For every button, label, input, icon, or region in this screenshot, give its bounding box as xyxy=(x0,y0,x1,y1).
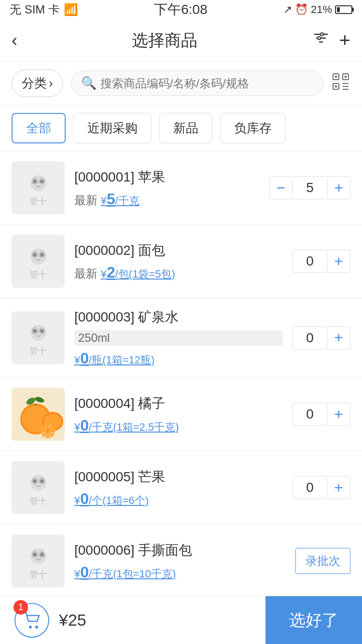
cart-icon-wrap[interactable]: 1 xyxy=(14,603,49,638)
nav-actions: + xyxy=(312,29,350,51)
brand-label: 管十 xyxy=(29,196,47,207)
qty-input[interactable] xyxy=(292,250,327,273)
product-item: 管十 [0000003] 矿泉水 250ml ¥0/瓶(1箱=12瓶) + xyxy=(0,298,362,377)
status-carrier: 无 SIM 卡 📶 xyxy=(10,2,78,17)
product-price: ¥0/千克(1包=10千克) xyxy=(74,563,286,581)
product-price: ¥0/个(1箱=6个) xyxy=(74,490,283,508)
filter-icon[interactable] xyxy=(312,29,330,51)
svg-point-27 xyxy=(41,253,43,255)
back-button[interactable]: ‹ xyxy=(12,30,17,51)
bottom-bar: 1 ¥25 选好了 xyxy=(0,596,362,644)
wifi-icon: 📶 xyxy=(64,3,78,16)
add-button[interactable]: + xyxy=(339,29,350,51)
svg-point-54 xyxy=(34,480,36,482)
cart-badge: 1 xyxy=(14,600,28,615)
battery-percent: 21% xyxy=(311,3,332,16)
product-info: [0000005] 芒果 ¥0/个(1箱=6个) xyxy=(74,468,283,508)
product-item: 管十 [0000002] 面包 最新 ¥2/包(1袋=5包) + xyxy=(0,225,362,297)
svg-point-62 xyxy=(41,553,43,555)
svg-rect-8 xyxy=(335,76,337,78)
price-value: 0 xyxy=(80,490,89,507)
qty-input[interactable] xyxy=(292,326,327,350)
price-unit: /千克(1包=10千克) xyxy=(89,568,176,580)
qty-control: − + xyxy=(269,176,350,199)
brand-label: 管十 xyxy=(29,345,47,357)
search-input[interactable] xyxy=(100,77,313,90)
svg-point-4 xyxy=(318,37,320,40)
qty-control: + xyxy=(292,476,350,499)
currency-symbol: ¥ xyxy=(74,421,80,433)
product-image: 管十 xyxy=(12,311,65,364)
product-name: [0000002] 面包 xyxy=(74,241,283,260)
location-icon: ↗ xyxy=(283,3,292,16)
qty-decrease-button[interactable]: − xyxy=(269,176,292,199)
tab-negative[interactable]: 负库存 xyxy=(220,113,286,143)
product-image: 管十 xyxy=(12,461,65,514)
product-name: [0000001] 苹果 xyxy=(74,168,260,186)
qty-input[interactable] xyxy=(292,176,327,199)
brand-label: 管十 xyxy=(29,495,47,507)
svg-point-38 xyxy=(29,412,37,420)
currency-symbol: ¥ xyxy=(74,354,80,366)
svg-point-3 xyxy=(320,33,323,36)
category-button[interactable]: 分类 › xyxy=(12,70,63,97)
svg-rect-9 xyxy=(345,76,347,78)
status-right: ↗ ⏰ 21% xyxy=(283,3,352,16)
status-bar: 无 SIM 卡 📶 下午6:08 ↗ ⏰ 21% xyxy=(0,0,362,19)
product-image: 管十 xyxy=(12,235,65,288)
product-logo: 管十 xyxy=(25,469,52,507)
scan-icon[interactable] xyxy=(331,72,350,95)
search-box: 🔍 xyxy=(71,70,323,96)
product-name: [0000005] 芒果 xyxy=(74,468,283,486)
qty-increase-button[interactable]: + xyxy=(327,326,350,350)
tab-all[interactable]: 全部 xyxy=(12,113,66,143)
svg-point-61 xyxy=(34,553,36,555)
category-arrow: › xyxy=(49,76,53,91)
qty-increase-button[interactable]: + xyxy=(327,176,350,199)
price-label: 最新 xyxy=(74,194,101,207)
price-value: 0 xyxy=(80,563,89,581)
search-icon: 🔍 xyxy=(81,76,97,91)
product-image xyxy=(12,388,65,441)
product-item: 管十 [0000001] 苹果 最新 ¥5/千克 − + xyxy=(0,152,362,224)
qty-control: + xyxy=(292,326,350,350)
qty-increase-button[interactable]: + xyxy=(327,476,350,499)
cart-icon xyxy=(22,612,42,629)
batch-button[interactable]: 录批次 xyxy=(295,548,350,574)
currency-symbol: ¥ xyxy=(74,568,80,580)
svg-point-19 xyxy=(34,180,36,182)
price-unit: /千克(1箱=2.5千克) xyxy=(89,421,179,433)
product-image: 管十 xyxy=(12,534,65,588)
price-unit: /瓶(1箱=12瓶) xyxy=(89,354,154,366)
price-unit: /个(1箱=6个) xyxy=(89,494,149,506)
confirm-button[interactable]: 选好了 xyxy=(265,596,362,644)
product-spec: 250ml xyxy=(74,330,283,346)
product-name: [0000004] 橘子 xyxy=(74,394,283,413)
currency-symbol: ¥ xyxy=(101,268,107,280)
product-image: 管十 xyxy=(12,161,65,214)
qty-increase-button[interactable]: + xyxy=(327,403,350,426)
tab-recent[interactable]: 近期采购 xyxy=(73,113,152,143)
qty-input[interactable] xyxy=(292,476,327,499)
product-item: 管十 [0000006] 手撕面包 ¥0/千克(1包=10千克) 录批次 xyxy=(0,525,362,597)
price-unit: /千克 xyxy=(115,195,139,207)
svg-point-34 xyxy=(41,330,43,332)
category-label: 分类 xyxy=(22,75,47,92)
qty-increase-button[interactable]: + xyxy=(327,250,350,273)
price-value: 5 xyxy=(107,190,115,208)
qty-input[interactable] xyxy=(292,403,327,426)
price-value: 0 xyxy=(80,350,89,367)
brand-label: 管十 xyxy=(29,269,47,280)
product-price: 最新 ¥2/包(1袋=5包) xyxy=(74,264,283,281)
cart-section: 1 ¥25 xyxy=(0,603,265,638)
page-title: 选择商品 xyxy=(132,29,197,52)
product-name: [0000006] 手撕面包 xyxy=(74,541,286,560)
product-info: [0000001] 苹果 最新 ¥5/千克 xyxy=(74,168,260,208)
status-time: 下午6:08 xyxy=(154,0,208,19)
tab-new[interactable]: 新品 xyxy=(159,113,212,143)
product-price: ¥0/瓶(1箱=12瓶) xyxy=(74,350,283,367)
product-info: [0000002] 面包 最新 ¥2/包(1袋=5包) xyxy=(74,241,283,281)
currency-symbol: ¥ xyxy=(101,195,107,207)
alarm-icon: ⏰ xyxy=(295,3,308,16)
product-price: 最新 ¥5/千克 xyxy=(74,190,260,208)
